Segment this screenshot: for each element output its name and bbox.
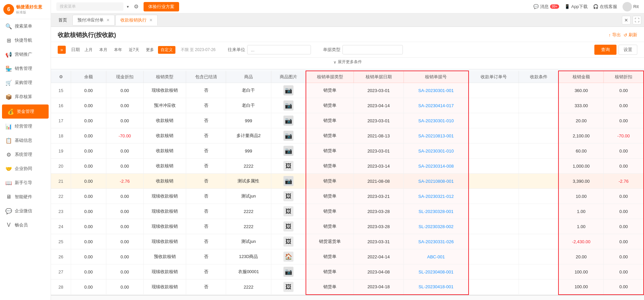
cell-goods_img: 📷 (271, 143, 306, 159)
sidebar-item-business[interactable]: 📊 经营管理 (0, 119, 51, 133)
topbar-search-area[interactable]: 搜索菜单 (56, 2, 123, 11)
filter-7days-btn[interactable]: 近7天 (126, 46, 142, 54)
cell-receipt_condition (519, 83, 558, 98)
sidebar-item-label-marketing: 营销推广 (15, 51, 32, 57)
cell-goods: 2222 (226, 280, 271, 295)
goods-thumbnail: 📷 (283, 131, 293, 141)
voucher-no-link[interactable]: SA-20230321-012 (418, 194, 454, 199)
cell-voucher_no[interactable]: SA-20230321-012 (404, 189, 469, 204)
voucher-no-link[interactable]: ABC-001 (427, 254, 445, 259)
voucher-no-link[interactable]: SL-20230328-001 (419, 209, 453, 214)
message-btn[interactable]: 💬 消息 99+ (533, 4, 559, 10)
cell-voucher_no[interactable]: SL-20230408-001 (404, 264, 469, 280)
tab-close-prepay[interactable]: ✕ (106, 18, 110, 23)
sidebar-item-wechat[interactable]: 💬 企业微信 (0, 204, 51, 218)
topbar-gear-icon[interactable]: ⚙ (132, 3, 140, 11)
app-download-btn[interactable]: 📱 App下载 (565, 4, 588, 10)
refresh-button[interactable]: ↺ 刷新 (624, 32, 637, 38)
filter-counterpart-input[interactable] (247, 45, 311, 54)
filter-toggle-button[interactable]: » (58, 46, 66, 54)
cell-type: 现续收款核销 (144, 264, 186, 280)
search-icon: 🔍 (5, 23, 12, 30)
filter-custom-btn[interactable]: 自定义 (158, 46, 175, 54)
tab-close-receivable[interactable]: ✕ (149, 18, 153, 23)
cell-cash_discount: 0.00 (106, 83, 144, 98)
cell-voucher_no[interactable]: SA-20230301-010 (404, 113, 469, 128)
sidebar-item-purchase[interactable]: 🛒 采购管理 (0, 76, 51, 90)
voucher-no-link[interactable]: SA-20230301-001 (418, 88, 454, 93)
cell-receipt_condition (519, 264, 558, 280)
app-logo-icon: 6 (3, 4, 14, 15)
voucher-no-link[interactable]: SL-20230418-001 (419, 284, 453, 289)
cell-amount: 20.00 (558, 249, 603, 264)
expand-more-btn[interactable]: ∨ 展开更多条件 (329, 58, 366, 66)
voucher-no-link[interactable]: SA-20230331-026 (418, 239, 454, 244)
user-avatar (623, 2, 632, 11)
page-header: 收款核销执行(按收款) ↑ 导出 ↺ 刷新 (51, 27, 644, 42)
voucher-no-link[interactable]: SA-20230314-008 (418, 164, 454, 169)
table-row: 160.000.00预冲冲应收否老白干📷销货单2023-04-14SA-2023… (51, 98, 644, 113)
filter-prev-month-btn[interactable]: 上月 (82, 46, 95, 54)
setting-button[interactable]: 设置 (619, 45, 637, 55)
voucher-no-link[interactable]: SA-20210808-001 (418, 179, 454, 184)
sidebar-item-basic[interactable]: 📋 基础信息 (0, 133, 51, 147)
voucher-no-link[interactable]: SA-20230301-010 (418, 118, 454, 123)
cell-voucher_no[interactable]: SA-20230331-026 (404, 234, 469, 249)
cell-voucher_no[interactable]: SA-20230414-017 (404, 98, 469, 113)
filter-voucher-type-select[interactable] (342, 45, 403, 54)
sidebar-item-finance[interactable]: 💰 资金管理 (2, 104, 49, 119)
cell-voucher_no[interactable]: SA-20210813-001 (404, 128, 469, 143)
filter-this-month-btn[interactable]: 本月 (97, 46, 110, 54)
cell-voucher_no[interactable]: SA-20210808-001 (404, 174, 469, 189)
cell-goods_img: 📷 (271, 174, 306, 189)
filter-counterpart-label: 往来单位 (228, 47, 245, 53)
cell-settings: 25 (51, 234, 71, 249)
solution-button[interactable]: 体验行业方案 (144, 2, 179, 11)
query-button[interactable]: 查询 (594, 45, 616, 55)
cell-settings: 19 (51, 143, 71, 159)
tabbar-expand-btn[interactable]: ⛶ (633, 16, 641, 25)
sidebar-item-enterprise[interactable]: 🤝 企业协同 (0, 162, 51, 176)
sidebar-item-sales[interactable]: 🏪 销售管理 (0, 61, 51, 76)
voucher-no-link[interactable]: SL-20230328-002 (419, 224, 453, 229)
expand-icon: ∨ (333, 60, 336, 65)
tabbar-close-btn[interactable]: ✕ (622, 16, 631, 25)
online-service-btn[interactable]: 🎧 在线客服 (593, 4, 617, 10)
sidebar-item-system[interactable]: ⚙ 系统管理 (0, 147, 51, 162)
voucher-no-link[interactable]: SL-20230408-001 (419, 269, 453, 274)
cell-voucher_no[interactable]: SA-20230314-008 (404, 159, 469, 174)
cell-voucher_no[interactable]: SA-20230301-010 (404, 143, 469, 159)
sidebar-item-marketing[interactable]: 📢 营销推广 (0, 47, 51, 61)
tab-receivable[interactable]: 收款核销执行✕ (115, 15, 158, 26)
data-table-wrap: ⚙余额现金折扣核销类型包含已结清商品商品图片核销单据类型核销单据日期核销单据号收… (51, 71, 644, 300)
export-button[interactable]: ↑ 导出 (609, 32, 621, 38)
sidebar-item-search[interactable]: 🔍 搜索菜单 (0, 19, 51, 33)
user-area[interactable]: Rit (623, 2, 639, 11)
cell-receipt_order_no (469, 204, 519, 219)
edition-label: 标准版 (16, 10, 42, 14)
cell-voucher_no[interactable]: SL-20230328-002 (404, 219, 469, 234)
export-icon: ↑ (609, 33, 611, 38)
tab-prepay[interactable]: 预付冲应付单✕ (72, 15, 115, 26)
filter-more-btn[interactable]: 更多 (143, 46, 157, 54)
voucher-no-link[interactable]: SA-20230414-017 (418, 103, 454, 108)
sidebar-item-member[interactable]: V 畅会员 (0, 218, 51, 232)
cell-balance: 0.00 (71, 280, 106, 295)
sidebar-item-inventory[interactable]: 📦 库存核算 (0, 90, 51, 104)
cell-voucher_no[interactable]: ABC-001 (404, 249, 469, 264)
cell-voucher_no[interactable]: SL-20230418-001 (404, 280, 469, 295)
sidebar-item-guide[interactable]: 📖 新手引导 (0, 176, 51, 190)
cell-goods: 测试jun (226, 234, 271, 249)
cell-voucher_no[interactable]: SA-20230301-001 (404, 83, 469, 98)
topbar-dropdown[interactable]: ▾ (127, 4, 129, 9)
sidebar-item-quick-nav[interactable]: ⊞ 快捷导航 (0, 33, 51, 47)
col-header-voucher_date: 核销单据日期 (354, 71, 404, 83)
cell-balance: 0.00 (71, 264, 106, 280)
voucher-no-link[interactable]: SA-20230301-010 (418, 148, 454, 154)
voucher-no-link[interactable]: SA-20210813-001 (418, 133, 454, 138)
sidebar-item-hardware[interactable]: 🖥 智能硬件 (0, 190, 51, 204)
cell-settled: 否 (186, 143, 226, 159)
tab-home[interactable]: 首页 (54, 15, 72, 26)
cell-voucher_no[interactable]: SL-20230328-001 (404, 204, 469, 219)
filter-this-year-btn[interactable]: 本年 (111, 46, 125, 54)
